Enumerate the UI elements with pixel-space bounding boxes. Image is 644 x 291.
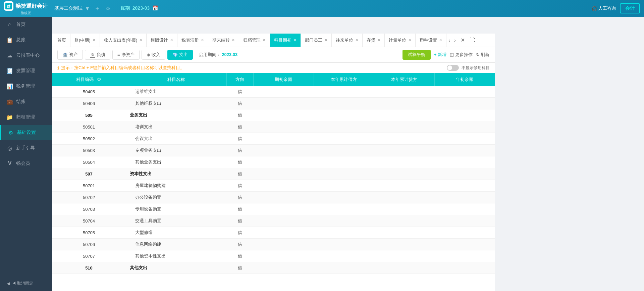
cell-name: 资本性支出 [126, 168, 226, 180]
tab-closing[interactable]: 期末结转 ✕ [208, 34, 239, 47]
sidebar-item-ledger[interactable]: 📋 总账 [0, 32, 52, 48]
cell-name: 其他支出 [126, 262, 226, 274]
table-row[interactable]: 50702 办公设备购置 借 [52, 192, 495, 203]
account-button[interactable]: 会计 [620, 3, 640, 13]
cat-tab-income[interactable]: ⊕ 收入 [142, 50, 165, 60]
sidebar-item-guide[interactable]: ◎ 新手引导 [0, 140, 52, 156]
table-row[interactable]: 50501 培训支出 借 [52, 121, 495, 133]
logo-area: 财 畅捷通好会计 旗舰版 [4, 1, 48, 15]
table-row[interactable]: 507 资本性支出 借 [52, 168, 495, 180]
tab-prev-btn[interactable]: ‹ [446, 38, 452, 43]
period-info-label: 启用期间： [199, 52, 221, 57]
sidebar-item-cloud[interactable]: ☁ 云报表中心 [0, 48, 52, 63]
table-container[interactable]: 科目编码 ⚙ 科目名称 方向 期初余额 本年累计借方 [52, 73, 495, 291]
table-row[interactable]: 50703 专用设备购置 借 [52, 203, 495, 215]
more-button[interactable]: ◫ 更多操作 [450, 52, 473, 58]
toggle-label: 不显示禁用科目 [462, 65, 490, 71]
sidebar-item-tax[interactable]: 📊 税务管理 [0, 79, 52, 94]
cell-year [434, 192, 495, 203]
table-row[interactable]: 50706 信息网络购建 借 [52, 239, 495, 250]
table-row[interactable]: 50503 专项业务支出 借 [52, 145, 495, 156]
tab-dept-close[interactable]: ✕ [324, 38, 327, 42]
tab-income-label: 收入支出表(年报) [104, 37, 138, 43]
hint-right: 不显示禁用科目 [447, 65, 490, 71]
cat-tab-equity[interactable]: ≡ 净资产 [112, 50, 140, 60]
period-label: 账期 [120, 5, 130, 11]
tab-next-btn[interactable]: › [452, 38, 458, 43]
svg-text:财: 财 [6, 4, 11, 8]
table-row[interactable]: 50406 其他维权支出 借 [52, 98, 495, 109]
tab-currency-label: 币种设置 [420, 37, 437, 43]
tab-template-close[interactable]: ✕ [170, 38, 173, 42]
sidebar-item-invoice[interactable]: 🧾 发票管理 [0, 63, 52, 79]
cat-tab-liability[interactable]: 负 负债 [85, 50, 110, 60]
table-row[interactable]: 50504 其他业务支出 借 [52, 156, 495, 168]
th-dir: 方向 [226, 73, 253, 86]
table-row[interactable]: 50405 运维维支出 借 [52, 86, 495, 98]
logo-title: 畅捷通好会计 [15, 3, 48, 10]
tab-unit[interactable]: 计量单位 ✕ [385, 34, 416, 47]
column-settings-icon[interactable]: ⚙ [97, 77, 101, 82]
tab-client[interactable]: 往来单位 ✕ [332, 34, 363, 47]
cell-bal [253, 145, 314, 156]
tab-income[interactable]: 收入支出表(年报) ✕ [100, 34, 147, 47]
tab-filing[interactable]: 归档管理 ✕ [239, 34, 270, 47]
tab-tax[interactable]: 税表清册 ✕ [177, 34, 208, 47]
add-tab-btn[interactable]: ＋ [94, 4, 100, 12]
tab-maximize-btn[interactable]: ⛶ [468, 37, 477, 43]
table-row[interactable]: 50502 会议支出 借 [52, 133, 495, 145]
sidebar-item-home[interactable]: ⌂ 首页 [0, 17, 52, 32]
table-row[interactable]: 505 业务支出 借 [52, 109, 495, 121]
tab-dept[interactable]: 部门员工 ✕ [301, 34, 332, 47]
settings-icon[interactable]: ⚙ [106, 5, 110, 12]
tab-unit-close[interactable]: ✕ [408, 38, 411, 42]
tab-subject-close[interactable]: ✕ [293, 38, 297, 42]
service-button[interactable]: 🎧 人工咨询 [592, 5, 616, 11]
sidebar-item-checkout[interactable]: 💼 结账 [0, 94, 52, 109]
tab-window-close-btn[interactable]: ✕ [458, 37, 468, 43]
add-button[interactable]: + 新增 [434, 52, 446, 58]
header-right: 🎧 人工咨询 会计 [592, 3, 640, 13]
tab-tax-close[interactable]: ✕ [201, 38, 204, 42]
cell-bal [253, 98, 314, 109]
tab-inventory-close[interactable]: ✕ [377, 38, 380, 42]
cell-credit [374, 192, 434, 203]
tab-template[interactable]: 模版设计 ✕ [147, 34, 177, 47]
sidebar-collapse-btn[interactable]: ◀ ◀ 取消固定 [0, 276, 52, 291]
sidebar-item-settings[interactable]: ⚙ 基础设置 [0, 125, 52, 140]
th-year: 年初余额 [434, 73, 495, 86]
tab-currency-close[interactable]: ✕ [439, 38, 442, 42]
tab-period-close[interactable]: ✕ [93, 38, 96, 42]
tab-period[interactable]: 财(中期) ✕ [70, 34, 100, 47]
th-debit: 本年累计借方 [314, 73, 374, 86]
table-row[interactable]: 510 其他支出 借 [52, 262, 495, 274]
cat-tab-expense[interactable]: 💎 支出 [167, 50, 193, 60]
tab-filing-close[interactable]: ✕ [263, 38, 266, 42]
refresh-button[interactable]: ↻ 刷新 [476, 52, 490, 58]
sidebar-item-archive[interactable]: 📁 归档管理 [0, 109, 52, 125]
dropdown-icon[interactable]: ▾ [86, 5, 89, 12]
cell-name: 其他资本性支出 [126, 250, 226, 262]
table-row[interactable]: 50707 其他资本性支出 借 [52, 250, 495, 262]
tab-income-close[interactable]: ✕ [139, 38, 142, 42]
table-row[interactable]: 50701 房屋建筑物购建 借 [52, 180, 495, 192]
calendar-icon[interactable]: 📅 [152, 5, 158, 11]
tab-client-close[interactable]: ✕ [355, 38, 358, 42]
tab-subject[interactable]: 科目期初 ✕ [270, 34, 301, 47]
toggle-switch[interactable] [447, 65, 459, 71]
tab-inventory[interactable]: 存货 ✕ [363, 34, 385, 47]
sidebar-item-member[interactable]: V 畅会员 [0, 156, 52, 171]
cat-tab-asset[interactable]: 🏦 资产 [57, 50, 83, 60]
tab-currency[interactable]: 币种设置 ✕ [416, 34, 446, 47]
table-row[interactable]: 50705 大型修缮 借 [52, 227, 495, 239]
tab-closing-close[interactable]: ✕ [232, 38, 235, 42]
tab-home[interactable]: 首页 [53, 34, 70, 47]
company-name[interactable]: 基层工会测试 [54, 5, 83, 11]
cell-credit [374, 121, 434, 133]
sidebar: ⌂ 首页 📋 总账 ☁ 云报表中心 🧾 发票管理 📊 税务管理 💼 结账 📁 归… [0, 17, 52, 291]
table-row[interactable]: 50704 交通工具购置 借 [52, 215, 495, 227]
balance-button[interactable]: 试算平衡 [402, 50, 431, 60]
cell-name: 专项业务支出 [126, 145, 226, 156]
cat-tab-liability-label: 负债 [97, 52, 105, 58]
collapse-icon: ◀ [7, 281, 10, 286]
